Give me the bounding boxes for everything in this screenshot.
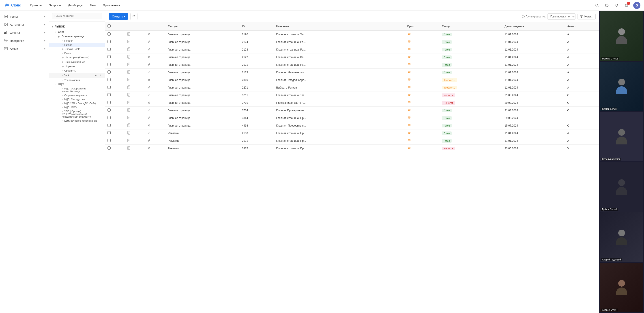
- tree-deep-back[interactable]: • Back ··· +: [49, 73, 105, 78]
- tree-deep-notifications[interactable]: • Уведомления: [49, 78, 105, 82]
- user-avatar[interactable]: G: [633, 2, 640, 9]
- lock-icon: [147, 32, 151, 36]
- row-checkbox[interactable]: [108, 139, 110, 142]
- col-header-name[interactable]: Название: [274, 22, 405, 30]
- row-date: 29.05.2024: [502, 114, 565, 122]
- row-type-icon-cell: [125, 61, 145, 69]
- row-action-icon-cell: [145, 61, 166, 69]
- tree-deep-nds-mms[interactable]: • НДС. MMS.: [49, 105, 105, 109]
- table-row: Главная страница 3711 Главная страница.С…: [105, 91, 599, 99]
- filter-button[interactable]: Фильт...: [577, 14, 596, 19]
- sidebar-item-autotests[interactable]: Автотесты ▾: [0, 20, 49, 29]
- row-section: Главная страница: [166, 61, 240, 69]
- video-cell-p2: Сергей Белин: [600, 62, 643, 111]
- grouping-info: i Группировка по:: [522, 15, 546, 18]
- sidebar-item-tests[interactable]: Тесты ▾: [0, 12, 49, 20]
- nav-dashboards[interactable]: Дашборды: [67, 3, 84, 8]
- row-date: 11.01.2024: [502, 53, 565, 61]
- row-checkbox[interactable]: [108, 124, 110, 127]
- tree-root-node[interactable]: ▾ РЫВОК ··· +: [49, 23, 105, 30]
- row-checkbox[interactable]: [108, 86, 110, 89]
- back-more-icon[interactable]: ···: [94, 73, 98, 77]
- tree-deep-upd[interactable]: • УПД (Юрлица) /(УПД)Универсальный перед…: [49, 109, 105, 119]
- logo[interactable]: t Cloud: [4, 2, 21, 8]
- row-name: Главная страница. Пр...: [274, 137, 405, 145]
- row-checkbox[interactable]: [108, 78, 110, 81]
- root-more-icon[interactable]: ···: [94, 24, 98, 29]
- tree-sub-main-page[interactable]: ▶ Главная страница: [49, 34, 105, 39]
- row-status: Не готов: [440, 91, 502, 99]
- tree-deep-search[interactable]: • Поиск: [49, 51, 105, 55]
- nav-tags[interactable]: Теги: [89, 3, 96, 8]
- top-navigation: t Cloud Проекты Запросы Дашборды Теги Пр…: [0, 0, 644, 11]
- grouping-select[interactable]: Группировка по: [548, 13, 576, 20]
- row-section: Главная страница: [166, 46, 240, 53]
- tree-deep-footer[interactable]: • Footer: [49, 43, 105, 47]
- row-checkbox[interactable]: [108, 55, 110, 58]
- col-header-date[interactable]: Дата создания: [502, 22, 565, 30]
- back-actions: ··· +: [94, 73, 102, 77]
- edit-icon: [147, 93, 151, 97]
- p3-body: [616, 137, 627, 145]
- row-checkbox[interactable]: [108, 116, 110, 119]
- settings-button[interactable]: 8: [624, 2, 630, 8]
- row-checkbox[interactable]: [108, 147, 110, 150]
- tree-deep-nds-20[interactable]: • НДС 20% и Без НДС (Сайт): [49, 101, 105, 105]
- row-checkbox[interactable]: [108, 108, 110, 112]
- refresh-button[interactable]: [130, 13, 138, 20]
- tree-deep-header[interactable]: • Header: [49, 39, 105, 43]
- tree-deep-smoke[interactable]: ▶ Smoke Tests: [49, 47, 105, 51]
- create-button[interactable]: Создать ▾: [109, 13, 128, 20]
- back-add-icon[interactable]: +: [99, 73, 102, 77]
- row-checkbox[interactable]: [108, 70, 110, 74]
- tree-deep-merchant[interactable]: • Создание мерчанта: [49, 93, 105, 97]
- col-header-icon2: [145, 22, 166, 30]
- row-checkbox[interactable]: [108, 93, 110, 96]
- row-date: 11.01.2024: [502, 30, 565, 38]
- nav-projects[interactable]: Проекты: [29, 3, 43, 8]
- row-action-icon-cell: [145, 69, 166, 76]
- row-checkbox-cell: [105, 122, 125, 130]
- col-header-id[interactable]: ID: [240, 22, 274, 30]
- tree-node-nds[interactable]: ○ НДС: [49, 82, 105, 87]
- sidebar-item-reports[interactable]: Отчеты ▾: [0, 29, 49, 37]
- tree-panel: ▾ РЫВОК ··· + ▾ Сайт ▶ Главная страница …: [49, 11, 105, 313]
- nav-apps[interactable]: Приложения: [102, 3, 121, 8]
- col-header-section[interactable]: Секция: [166, 22, 240, 30]
- status-badge: Не готов: [442, 93, 455, 97]
- nav-requests[interactable]: Запросы: [48, 3, 62, 8]
- sidebar-item-settings[interactable]: Настройки ▾: [0, 37, 49, 45]
- select-all-checkbox[interactable]: [108, 24, 110, 27]
- priority-icon: [407, 47, 411, 51]
- row-checkbox[interactable]: [108, 131, 110, 134]
- row-checkbox[interactable]: [108, 101, 110, 104]
- sidebar-item-archive[interactable]: Архив ▾: [0, 45, 49, 53]
- row-checkbox[interactable]: [108, 63, 110, 66]
- tree-deep-cabinet[interactable]: ▶ Личный кабинет: [49, 60, 105, 64]
- row-checkbox-cell: [105, 69, 125, 76]
- priority-icon: [407, 101, 411, 104]
- col-header-prio[interactable]: Прио...: [405, 22, 440, 30]
- tree-deep-nds-invoice[interactable]: • НДС. Счет-договор.: [49, 97, 105, 101]
- notifications-button[interactable]: [614, 2, 620, 8]
- tree-deep-nds-order[interactable]: • НДС. Оформление заказа.Физлицо.: [49, 87, 105, 93]
- col-header-status[interactable]: Статус: [440, 22, 502, 30]
- tree-deep-compare[interactable]: • Сравнить: [49, 69, 105, 73]
- tree-deep-categories[interactable]: ▶ Категории (Каталог): [49, 55, 105, 60]
- root-add-icon[interactable]: +: [99, 24, 102, 29]
- priority-icon: [407, 78, 411, 81]
- p6-body: [616, 288, 627, 295]
- search-input[interactable]: [52, 13, 102, 19]
- row-checkbox[interactable]: [108, 32, 110, 35]
- tree-deep-commercial[interactable]: • Коммерческое предложение: [49, 119, 105, 123]
- table-row: Главная страница 3844 Главная страница. …: [105, 114, 599, 122]
- tree-deep-cart[interactable]: ▶ Корзина: [49, 64, 105, 69]
- p5-name-label: Андрей Подницей: [601, 258, 622, 261]
- row-checkbox[interactable]: [108, 40, 110, 43]
- row-id: 2271: [240, 84, 274, 91]
- tree-node-site[interactable]: ▾ Сайт: [49, 30, 105, 34]
- help-button[interactable]: ?: [604, 2, 610, 8]
- search-button[interactable]: [594, 2, 600, 8]
- row-checkbox[interactable]: [108, 48, 110, 51]
- col-header-author[interactable]: Автор: [565, 22, 599, 30]
